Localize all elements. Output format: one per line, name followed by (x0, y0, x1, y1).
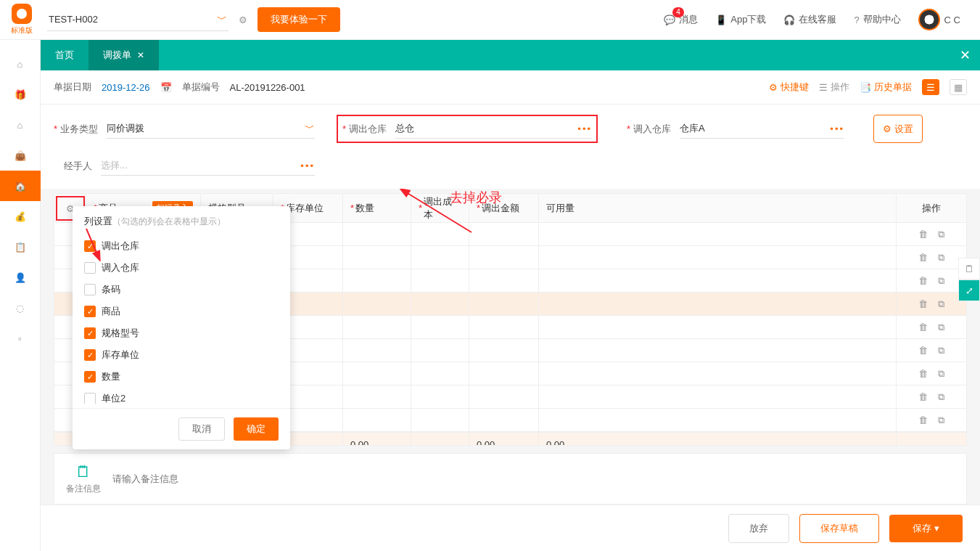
operation-link[interactable]: ☰操作 (819, 81, 849, 94)
user-menu[interactable]: C C (918, 9, 960, 30)
side-tabs: 🗒 ⤢ (958, 258, 980, 301)
column-option[interactable]: ✓数量 (84, 366, 279, 388)
delete-icon[interactable]: 🗑 (918, 415, 928, 425)
delete-icon[interactable]: 🗑 (918, 229, 928, 240)
help-icon: ? (854, 15, 859, 25)
gear-icon: ⚙ (769, 82, 778, 93)
copy-icon[interactable]: ⧉ (938, 345, 944, 356)
org-select[interactable]: TEST-H002 ﹀ (47, 9, 228, 31)
org-value: TEST-H002 (49, 14, 98, 25)
checkbox-icon: ✓ (84, 371, 96, 383)
phone-icon: 📱 (715, 15, 727, 25)
tab-transfer-order[interactable]: 调拨单 ✕ (88, 40, 159, 70)
delete-icon[interactable]: 🗑 (918, 345, 928, 356)
more-icon[interactable]: ••• (830, 123, 844, 134)
in-warehouse-field[interactable]: *调入仓库 仓库A••• (627, 115, 844, 143)
nav-bag-icon[interactable]: 👜 (0, 140, 41, 171)
tab-home[interactable]: 首页 (41, 40, 88, 70)
view-list-icon[interactable]: ☰ (922, 79, 939, 95)
top-bar: 标准版 TEST-H002 ﹀ ⚙ 我要体验一下 💬 消息 4 📱 App下载 … (0, 0, 980, 40)
column-option[interactable]: ✓商品 (84, 301, 279, 322)
trial-button[interactable]: 我要体验一下 (258, 7, 340, 32)
form-row-2: 经手人 选择...••• (41, 146, 980, 189)
tab-close-all[interactable]: ✕ (950, 40, 980, 70)
copy-icon[interactable]: ⧉ (938, 229, 944, 240)
date-label: 单据日期 (54, 81, 91, 94)
column-settings-popover: 列设置（勾选的列会在表格中显示） ✓调出仓库调入仓库条码✓商品✓规格型号✓库存单… (73, 206, 290, 449)
remark-input[interactable] (112, 473, 955, 484)
more-icon[interactable]: ••• (577, 123, 592, 134)
out-warehouse-field[interactable]: *调出仓库 总仓••• (337, 115, 598, 143)
messages-link[interactable]: 💬 消息 4 (664, 13, 698, 26)
discard-button[interactable]: 放弃 (728, 514, 789, 543)
copy-icon[interactable]: ⧉ (938, 252, 944, 264)
cancel-button[interactable]: 取消 (178, 417, 225, 441)
nav-misc-icon[interactable]: ▫ (0, 323, 41, 354)
column-option[interactable]: ✓规格型号 (84, 322, 279, 344)
checkbox-icon: ✓ (84, 327, 96, 339)
doc-no-label: 单据编号 (182, 81, 220, 94)
help-link[interactable]: ? 帮助中心 (854, 13, 900, 26)
col-cost: *调出成本 (411, 194, 469, 222)
chevron-down-icon: ﹀ (305, 122, 315, 135)
app-download-link[interactable]: 📱 App下载 (715, 13, 766, 26)
history-link[interactable]: 📑历史单据 (860, 81, 912, 94)
column-option[interactable]: ✓调出仓库 (84, 235, 279, 257)
tab-bar: 首页 调拨单 ✕ ✕ (41, 40, 980, 70)
handler-field[interactable]: 经手人 选择...••• (54, 156, 315, 176)
delete-icon[interactable]: 🗑 (918, 322, 928, 332)
settings-button[interactable]: ⚙ 设置 (873, 115, 923, 143)
confirm-button[interactable]: 确定 (234, 417, 279, 441)
nav-gift-icon[interactable]: 🎁 (0, 79, 41, 110)
nav-circle-icon[interactable]: ◌ (0, 293, 41, 323)
logo-edition-label: 标准版 (11, 25, 33, 36)
copy-icon[interactable]: ⧉ (938, 298, 944, 310)
column-option[interactable]: ✓库存单位 (84, 344, 279, 366)
save-draft-button[interactable]: 保存草稿 (799, 514, 879, 543)
checkbox-icon: ✓ (84, 349, 96, 361)
calendar-icon[interactable]: 📅 (160, 82, 172, 93)
nav-home-icon[interactable]: ⌂ (0, 49, 41, 79)
nav-money-icon[interactable]: 💰 (0, 201, 41, 232)
copy-icon[interactable]: ⧉ (938, 322, 944, 333)
copy-icon[interactable]: ⧉ (938, 391, 944, 403)
col-amount: *调出金额 (469, 194, 539, 222)
remark-section: 🗒 备注信息 (54, 453, 967, 505)
view-grid-icon[interactable]: ▦ (950, 79, 967, 95)
copy-icon[interactable]: ⧉ (938, 275, 944, 287)
note-icon: 🗒 (66, 462, 101, 481)
side-nav: ⌂ 🎁 ⌂ 👜 🏠 💰 📋 👤 ◌ ▫ (0, 40, 41, 551)
checkbox-icon: ✓ (84, 240, 96, 252)
action-bar: 放弃 保存草稿 保存 ▾ (41, 505, 980, 551)
delete-icon[interactable]: 🗑 (918, 275, 928, 286)
column-option[interactable]: 调入仓库 (84, 257, 279, 279)
close-icon[interactable]: ✕ (137, 50, 144, 60)
side-expand-icon[interactable]: ⤢ (958, 279, 980, 301)
copy-icon[interactable]: ⧉ (938, 415, 944, 426)
delete-icon[interactable]: 🗑 (918, 391, 928, 402)
date-value[interactable]: 2019-12-26 (102, 82, 150, 93)
avatar (918, 9, 940, 30)
checkbox-icon: ✓ (84, 306, 96, 317)
column-option[interactable]: 单位2 (84, 388, 279, 404)
save-button[interactable]: 保存 ▾ (889, 515, 963, 542)
nav-clipboard-icon[interactable]: 📋 (0, 232, 41, 262)
copy-icon[interactable]: ⧉ (938, 368, 944, 380)
nav-contact-icon[interactable]: 👤 (0, 262, 41, 293)
col-avail: 可用量 (539, 194, 897, 222)
nav-house-icon[interactable]: ⌂ (0, 110, 41, 140)
biz-type-field[interactable]: *业务类型 同价调拨﹀ (54, 115, 315, 143)
delete-icon[interactable]: 🗑 (918, 298, 928, 309)
list-icon: ☰ (819, 82, 828, 93)
side-note-icon[interactable]: 🗒 (958, 258, 980, 279)
column-option[interactable]: 条码 (84, 279, 279, 301)
more-icon[interactable]: ••• (300, 160, 315, 171)
delete-icon[interactable]: 🗑 (918, 252, 928, 263)
shortcut-link[interactable]: ⚙快捷键 (769, 81, 809, 94)
logo[interactable]: 标准版 (11, 4, 33, 36)
nav-warehouse-icon[interactable]: 🏠 (0, 171, 41, 201)
delete-icon[interactable]: 🗑 (918, 368, 928, 379)
doc-no-value: AL-20191226-001 (230, 82, 305, 93)
support-link[interactable]: 🎧 在线客服 (783, 13, 836, 26)
gear-icon[interactable]: ⚙ (239, 15, 247, 25)
